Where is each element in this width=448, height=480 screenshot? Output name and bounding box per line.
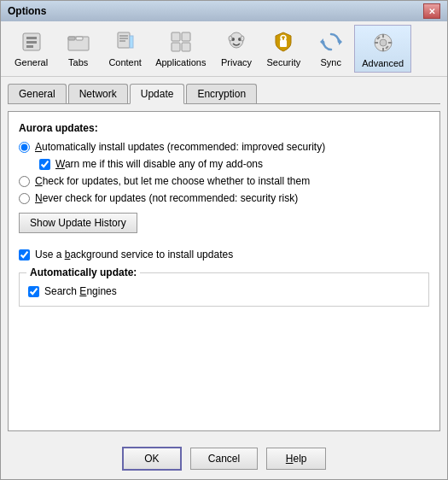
svg-rect-14 bbox=[172, 43, 180, 51]
svg-rect-30 bbox=[382, 48, 384, 51]
aurora-updates-label: Aurora updates: bbox=[19, 122, 429, 134]
tabs-icon bbox=[65, 28, 92, 56]
tab-update[interactable]: Update bbox=[130, 84, 185, 104]
show-update-history-button[interactable]: Show Update History bbox=[19, 213, 137, 233]
ok-button[interactable]: OK bbox=[122, 447, 182, 471]
auto-update-section: Automatically update: Search Engines bbox=[19, 272, 429, 307]
general-icon bbox=[18, 28, 45, 56]
radio-check-label: Check for updates, but let me choose whe… bbox=[35, 175, 310, 187]
radio-auto-label: Automatically install updates (recommend… bbox=[35, 141, 325, 153]
search-engines-checkbox[interactable]: Search Engines bbox=[28, 285, 420, 297]
warn-checkbox[interactable]: Warn me if this will disable any of my a… bbox=[39, 158, 429, 170]
toolbar-item-advanced[interactable]: Advanced bbox=[354, 25, 411, 73]
advanced-icon bbox=[369, 29, 397, 56]
tab-bar: General Network Update Encryption bbox=[8, 84, 440, 104]
sync-icon bbox=[317, 28, 345, 56]
svg-rect-5 bbox=[68, 37, 75, 40]
help-button[interactable]: Help bbox=[266, 448, 326, 470]
radio-never-input[interactable] bbox=[19, 193, 30, 204]
cancel-button[interactable]: Cancel bbox=[190, 448, 258, 470]
toolbar-item-tabs[interactable]: Tabs bbox=[55, 25, 102, 73]
search-engines-label: Search Engines bbox=[44, 285, 117, 297]
tab-general[interactable]: General bbox=[8, 84, 67, 103]
sync-label: Sync bbox=[320, 57, 340, 67]
svg-point-19 bbox=[229, 36, 232, 41]
svg-rect-13 bbox=[182, 32, 190, 41]
svg-rect-31 bbox=[375, 42, 378, 44]
footer: OK Cancel Help bbox=[1, 438, 447, 479]
title-bar: Options ✕ bbox=[1, 1, 447, 21]
toolbar-item-security[interactable]: Security bbox=[259, 25, 307, 73]
content-icon bbox=[112, 28, 139, 56]
radio-auto-input[interactable] bbox=[19, 142, 30, 153]
svg-rect-2 bbox=[26, 41, 37, 44]
tabs-label: Tabs bbox=[68, 57, 88, 67]
toolbar-item-general[interactable]: General bbox=[8, 25, 55, 73]
radio-never[interactable]: Never check for updates (not recommended… bbox=[19, 192, 429, 204]
svg-rect-8 bbox=[130, 36, 133, 48]
privacy-icon bbox=[223, 28, 250, 56]
svg-point-20 bbox=[241, 36, 244, 41]
options-window: Options ✕ General bbox=[0, 0, 448, 480]
svg-rect-32 bbox=[388, 42, 392, 44]
svg-rect-12 bbox=[172, 32, 180, 41]
svg-marker-25 bbox=[339, 38, 342, 45]
radio-auto[interactable]: Automatically install updates (recommend… bbox=[19, 141, 429, 153]
security-label: Security bbox=[266, 57, 300, 67]
advanced-label: Advanced bbox=[362, 58, 404, 68]
bg-service-label: Use a background service to install upda… bbox=[35, 249, 233, 260]
close-button[interactable]: ✕ bbox=[423, 3, 440, 19]
tab-encryption[interactable]: Encryption bbox=[186, 84, 257, 103]
svg-rect-1 bbox=[26, 37, 37, 39]
svg-rect-29 bbox=[382, 34, 384, 38]
radio-check-input[interactable] bbox=[19, 176, 30, 187]
general-label: General bbox=[15, 57, 48, 67]
svg-point-28 bbox=[380, 39, 387, 46]
svg-marker-26 bbox=[320, 38, 323, 45]
applications-label: Applications bbox=[155, 57, 206, 67]
bg-service-checkbox[interactable]: Use a background service to install upda… bbox=[19, 249, 429, 260]
warn-checkbox-input[interactable] bbox=[39, 159, 50, 170]
applications-icon bbox=[167, 28, 195, 56]
window-title: Options bbox=[8, 5, 423, 17]
tab-network[interactable]: Network bbox=[68, 84, 128, 103]
svg-rect-15 bbox=[182, 43, 190, 51]
svg-rect-6 bbox=[76, 37, 83, 40]
svg-rect-3 bbox=[26, 45, 33, 48]
bg-service-input[interactable] bbox=[19, 249, 30, 260]
content-area: General Network Update Encryption Aurora… bbox=[1, 77, 447, 438]
toolbar-item-privacy[interactable]: Privacy bbox=[212, 25, 259, 73]
toolbar: General Tabs bbox=[1, 21, 447, 77]
toolbar-item-applications[interactable]: Applications bbox=[148, 25, 212, 73]
content-label: Content bbox=[108, 57, 142, 67]
radio-check[interactable]: Check for updates, but let me choose whe… bbox=[19, 175, 429, 187]
toolbar-item-sync[interactable]: Sync bbox=[307, 25, 354, 73]
security-icon bbox=[270, 28, 297, 56]
svg-rect-7 bbox=[118, 32, 130, 48]
privacy-label: Privacy bbox=[221, 57, 252, 67]
auto-update-title: Automatically update: bbox=[26, 266, 140, 278]
toolbar-item-content[interactable]: Content bbox=[102, 25, 148, 73]
radio-never-label: Never check for updates (not recommended… bbox=[35, 192, 298, 204]
search-engines-input[interactable] bbox=[28, 286, 39, 297]
warn-label: Warn me if this will disable any of my a… bbox=[55, 158, 263, 170]
update-panel: Aurora updates: Automatically install up… bbox=[8, 111, 440, 431]
